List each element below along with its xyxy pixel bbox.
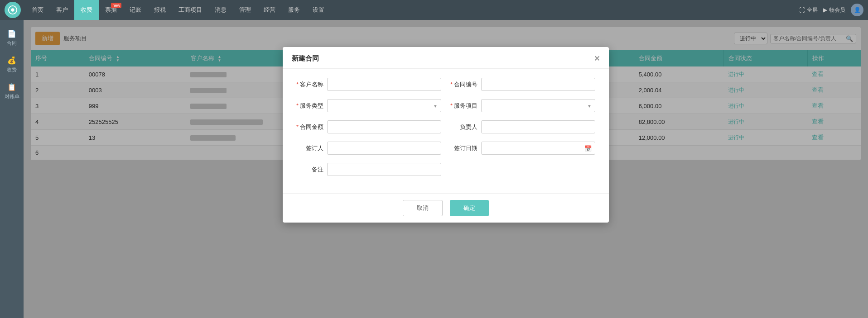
- form-group-remark: 备注: [296, 163, 441, 176]
- form-row-3: *合同金额 0.00 负责人: [296, 120, 595, 133]
- nav-items: 首页 客户 收费 票据 new 记账 报税 工商项目 消息 管理 经营 服务 设…: [25, 0, 799, 20]
- form-row-2: *服务类型 ▼ *服务项目: [296, 99, 595, 112]
- fullscreen-icon: ⛶: [799, 7, 805, 14]
- top-nav: 首页 客户 收费 票据 new 记账 报税 工商项目 消息 管理 经营 服务 设…: [0, 0, 868, 20]
- form-group-sign-date: 签订日期 2023-06-06 📅: [450, 142, 595, 155]
- amount-label: *合同金额: [296, 123, 323, 131]
- modal-overlay: 新建合同 ✕ *客户名称 *合同编号: [24, 20, 868, 318]
- required-star-4: *: [450, 102, 453, 109]
- form-row-5: 备注: [296, 163, 595, 176]
- nav-ticket[interactable]: 票据 new: [99, 0, 123, 20]
- nav-message[interactable]: 消息: [208, 0, 233, 20]
- content-area: 新增 服务项目 进行中 已完成 已终止 🔍: [24, 20, 868, 318]
- form-group-service-item: *服务项目 ▼: [450, 99, 595, 112]
- modal-title: 新建合同: [292, 54, 319, 63]
- modal-header: 新建合同 ✕: [283, 47, 609, 69]
- nav-manage[interactable]: 管理: [233, 0, 257, 20]
- contract-icon: 📄: [7, 29, 16, 38]
- modal-footer: 取消 确定: [283, 193, 609, 223]
- nav-service[interactable]: 服务: [282, 0, 306, 20]
- form-group-service-type: *服务类型 ▼: [296, 99, 441, 112]
- service-type-label: *服务类型: [296, 102, 323, 110]
- responsible-input[interactable]: [481, 120, 595, 133]
- avatar[interactable]: 👤: [851, 4, 863, 16]
- nav-business[interactable]: 工商项目: [172, 0, 208, 20]
- sidebar: 📄 合同 💰 收费 📋 对账单: [0, 20, 24, 318]
- billing-icon: 💰: [7, 56, 16, 65]
- nav-billing[interactable]: 收费: [74, 0, 99, 20]
- new-contract-modal: 新建合同 ✕ *客户名称 *合同编号: [283, 47, 609, 223]
- form-group-contract-no: *合同编号: [450, 78, 595, 91]
- nav-settings[interactable]: 设置: [306, 0, 331, 20]
- contract-no-label: *合同编号: [450, 81, 477, 89]
- modal-close-button[interactable]: ✕: [594, 55, 600, 62]
- signer-label: 签订人: [296, 144, 323, 152]
- sidebar-item-billing[interactable]: 💰 收费: [0, 51, 24, 78]
- play-icon: ▶: [823, 7, 827, 13]
- amount-input[interactable]: 0.00: [327, 120, 441, 133]
- sign-date-input[interactable]: 2023-06-06: [481, 142, 595, 155]
- form-group-customer: *客户名称: [296, 78, 441, 91]
- new-badge: new: [111, 3, 121, 8]
- responsible-label: 负责人: [450, 123, 477, 131]
- nav-bookkeeping[interactable]: 记账: [123, 0, 148, 20]
- nav-home[interactable]: 首页: [25, 0, 50, 20]
- statement-icon: 📋: [7, 82, 16, 91]
- service-item-select[interactable]: [481, 99, 595, 112]
- app-logo: [5, 2, 21, 18]
- required-star-3: *: [296, 102, 299, 109]
- main-layout: 📄 合同 💰 收费 📋 对账单 新增 服务项目 进行中 已完成: [0, 20, 868, 318]
- remark-label: 备注: [296, 166, 323, 174]
- required-star: *: [296, 81, 299, 88]
- nav-tax[interactable]: 报税: [148, 0, 172, 20]
- service-type-select[interactable]: [327, 99, 441, 112]
- form-group-responsible: 负责人: [450, 120, 595, 133]
- nav-customer[interactable]: 客户: [50, 0, 74, 20]
- customer-label: *客户名称: [296, 81, 323, 89]
- remark-input[interactable]: [327, 163, 441, 176]
- date-input-wrapper: 2023-06-06 📅: [481, 142, 595, 155]
- required-star-2: *: [450, 81, 453, 88]
- required-star-5: *: [296, 123, 299, 130]
- service-type-wrapper: ▼: [327, 99, 441, 112]
- fullscreen-button[interactable]: ⛶ 全屏: [799, 6, 818, 14]
- signer-input[interactable]: [327, 142, 441, 155]
- form-row-4: 签订人 签订日期 2023-06-06 📅: [296, 142, 595, 155]
- cancel-button[interactable]: 取消: [403, 200, 443, 216]
- form-group-signer: 签订人: [296, 142, 441, 155]
- service-item-label: *服务项目: [450, 102, 477, 110]
- form-group-amount: *合同金额 0.00: [296, 120, 441, 133]
- sidebar-item-statement[interactable]: 📋 对账单: [0, 78, 24, 104]
- nav-operation[interactable]: 经营: [257, 0, 282, 20]
- sidebar-item-contract[interactable]: 📄 合同: [0, 24, 24, 51]
- form-row-1: *客户名称 *合同编号: [296, 78, 595, 91]
- member-button[interactable]: ▶ 畅会员: [823, 6, 845, 14]
- customer-input[interactable]: [327, 78, 441, 91]
- modal-body: *客户名称 *合同编号: [283, 69, 609, 193]
- service-item-wrapper: ▼: [481, 99, 595, 112]
- contract-no-input[interactable]: [481, 78, 595, 91]
- avatar-icon: 👤: [854, 7, 861, 13]
- confirm-button[interactable]: 确定: [450, 200, 489, 216]
- nav-right: ⛶ 全屏 ▶ 畅会员 👤: [799, 4, 863, 16]
- sign-date-label: 签订日期: [450, 144, 477, 152]
